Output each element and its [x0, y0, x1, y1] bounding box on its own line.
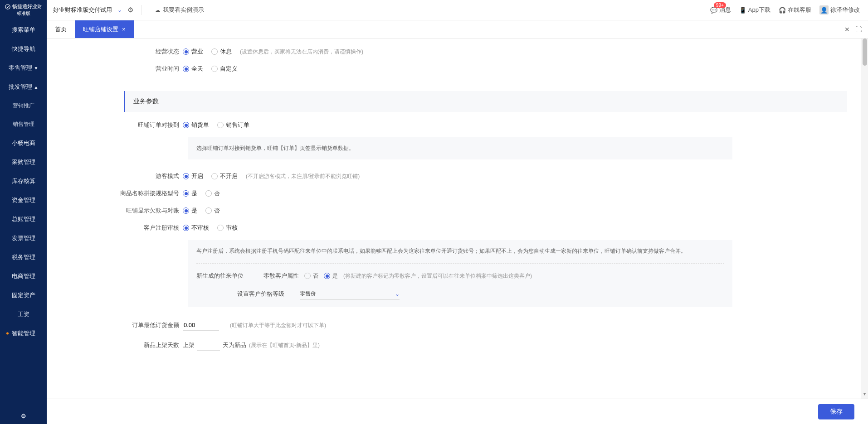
close-icon[interactable]: × — [122, 26, 126, 33]
radio-icon — [183, 122, 189, 128]
radio-icon — [205, 207, 212, 214]
sidebar-item-label: 采购管理 — [12, 158, 35, 166]
radio-dock-sales-bill[interactable]: 销货单 — [183, 121, 209, 129]
row-new-unit: 新生成的往来单位 零散客户属性 否 是 (将新建的客户标记为零散客户，设置后可以… — [196, 272, 724, 280]
radio-hours-custom-label: 自定义 — [220, 65, 238, 73]
radio-icon — [211, 48, 218, 55]
radio-guest-off[interactable]: 不开启 — [211, 172, 238, 180]
expand-icon[interactable]: ⛶ — [855, 26, 862, 33]
chevron-down-icon[interactable]: ⌄ — [117, 7, 122, 13]
logo-text: 畅捷通好业财 — [12, 3, 42, 10]
sidebar-item-label: 营销推广 — [13, 102, 34, 110]
text-new-product-suffix: 天为新品 — [223, 341, 246, 349]
demo-link-label: 我要看实例演示 — [163, 6, 204, 14]
scrollbar[interactable]: ▴ ▾ — [861, 39, 868, 399]
sidebar-item-label: 零售管理 — [9, 64, 32, 72]
input-new-product-days[interactable] — [197, 340, 220, 351]
sidebar-item-11[interactable]: 发票管理 — [0, 229, 47, 248]
demo-link[interactable]: ☁ 我要看实例演示 — [150, 6, 209, 14]
sidebar-item-label: 电商管理 — [12, 272, 35, 280]
sidebar-item-14[interactable]: 固定资产 — [0, 286, 47, 305]
gear-icon[interactable]: ⚙ — [127, 6, 133, 14]
radio-register-noaudit[interactable]: 不审核 — [183, 224, 209, 232]
user-menu[interactable]: 👤 徐泽华修改 — [819, 5, 860, 14]
radio-arrears-yes[interactable]: 是 — [183, 207, 197, 215]
radio-retail-no[interactable]: 否 — [304, 272, 318, 280]
sidebar-item-9[interactable]: 资金管理 — [0, 191, 47, 210]
row-min-order: 订单最低订货金额 (旺铺订单大于等于此金额时才可以下单) — [60, 315, 847, 335]
label-retail-attr: 零散客户属性 — [263, 272, 299, 280]
scroll-down-icon[interactable]: ▾ — [861, 391, 868, 399]
header-title[interactable]: 好业财标准版交付试用 — [53, 6, 112, 14]
sidebar-item-0[interactable]: 搜索菜单 — [0, 20, 47, 39]
sidebar: 搜索菜单快捷导航零售管理▼批发管理▲营销推广销售管理小畅电商采购管理库存核算资金… — [0, 20, 47, 424]
info-register-text: 客户注册后，系统会根据注册手机号码匹配往来单位中的联系电话，如果能够匹配上会为这… — [196, 247, 724, 255]
radio-icon — [211, 66, 218, 72]
radio-status-open[interactable]: 营业 — [183, 48, 203, 56]
sidebar-item-label: 小畅电商 — [12, 139, 35, 147]
radio-icon — [183, 48, 189, 55]
row-business-status: 经营状态 营业 休息 (设置休息后，买家将无法在店内消费，请谨慎操作) — [60, 43, 847, 60]
radio-hours-allday[interactable]: 全天 — [183, 65, 203, 73]
sidebar-item-12[interactable]: 税务管理 — [0, 248, 47, 267]
radio-icon — [183, 66, 189, 72]
sidebar-item-label: 智能管理 — [12, 329, 35, 337]
headset-icon: 🎧 — [779, 7, 786, 14]
radio-status-open-label: 营业 — [191, 48, 203, 56]
sidebar-item-16[interactable]: 智能管理 — [0, 324, 47, 343]
sidebar-item-2[interactable]: 零售管理▼ — [0, 58, 47, 77]
close-all-icon[interactable]: ✕ — [844, 26, 850, 33]
sidebar-item-label: 库存核算 — [12, 177, 35, 185]
sidebar-item-4[interactable]: 营销推广 — [0, 96, 47, 115]
sidebar-item-3[interactable]: 批发管理▲ — [0, 77, 47, 96]
scroll-thumb[interactable] — [863, 39, 867, 66]
text-new-product-prefix: 上架 — [183, 341, 195, 349]
label-new-unit: 新生成的往来单位 — [196, 272, 244, 280]
radio-spec-no-label: 否 — [214, 189, 220, 198]
radio-dock-sales-bill-label: 销货单 — [191, 121, 209, 129]
sidebar-item-1[interactable]: 快捷导航 — [0, 39, 47, 58]
radio-spec-no[interactable]: 否 — [205, 189, 220, 198]
sidebar-item-6[interactable]: 小畅电商 — [0, 134, 47, 153]
sidebar-item-5[interactable]: 销售管理 — [0, 115, 47, 134]
sidebar-settings-button[interactable]: ⚙ — [0, 408, 47, 424]
label-price-level: 设置客户价格等级 — [237, 290, 284, 298]
logo-subtitle: 标准版 — [17, 10, 30, 17]
logo: 畅捷通好业财 标准版 — [0, 0, 47, 20]
radio-register-audit[interactable]: 审核 — [217, 224, 238, 232]
input-min-order[interactable] — [183, 320, 219, 331]
row-business-hours: 营业时间 全天 自定义 — [60, 60, 847, 77]
sidebar-item-label: 批发管理 — [9, 83, 32, 91]
tab-shop-settings[interactable]: 旺铺店铺设置 × — [75, 20, 134, 38]
radio-guest-off-label: 不开启 — [220, 172, 238, 180]
content: 经营状态 营业 休息 (设置休息后，买家将无法在店内消费，请谨慎操作) 营业时间… — [47, 39, 861, 399]
radio-register-audit-label: 审核 — [226, 224, 238, 232]
radio-guest-on-label: 开启 — [191, 172, 203, 180]
radio-dock-sales-order[interactable]: 销售订单 — [217, 121, 249, 129]
messages-button[interactable]: 99+ 💬 消息 — [710, 6, 731, 14]
online-service-label: 在线客服 — [788, 6, 811, 14]
sidebar-item-8[interactable]: 库存核算 — [0, 172, 47, 191]
sidebar-item-7[interactable]: 采购管理 — [0, 153, 47, 172]
svg-point-0 — [5, 4, 10, 9]
sidebar-item-15[interactable]: 工资 — [0, 305, 47, 324]
tab-home[interactable]: 首页 — [47, 20, 75, 38]
username: 徐泽华修改 — [830, 6, 860, 14]
top-header: 畅捷通好业财 标准版 好业财标准版交付试用 ⌄ ⚙ ☁ 我要看实例演示 99+ … — [0, 0, 868, 20]
online-service-button[interactable]: 🎧 在线客服 — [779, 6, 811, 14]
save-button[interactable]: 保存 — [818, 404, 854, 419]
radio-hours-custom[interactable]: 自定义 — [211, 65, 238, 73]
sidebar-item-10[interactable]: 总账管理 — [0, 210, 47, 229]
radio-status-rest[interactable]: 休息 — [211, 48, 232, 56]
radio-retail-yes[interactable]: 是 — [324, 272, 338, 280]
radio-spec-yes[interactable]: 是 — [183, 189, 197, 198]
radio-icon — [324, 273, 330, 279]
label-new-product-days: 新品上架天数 — [60, 341, 183, 349]
radio-arrears-no[interactable]: 否 — [205, 207, 220, 215]
select-price-level[interactable]: 零售价 ⌄ — [300, 288, 400, 300]
info-order-dock: 选择旺铺订单对接到销货单，旺铺【订单】页签显示销货单数据。 — [188, 137, 732, 159]
sidebar-item-13[interactable]: 电商管理 — [0, 267, 47, 286]
radio-guest-on[interactable]: 开启 — [183, 172, 203, 180]
app-download-button[interactable]: 📱 App下载 — [739, 6, 770, 14]
radio-spec-yes-label: 是 — [191, 189, 197, 198]
